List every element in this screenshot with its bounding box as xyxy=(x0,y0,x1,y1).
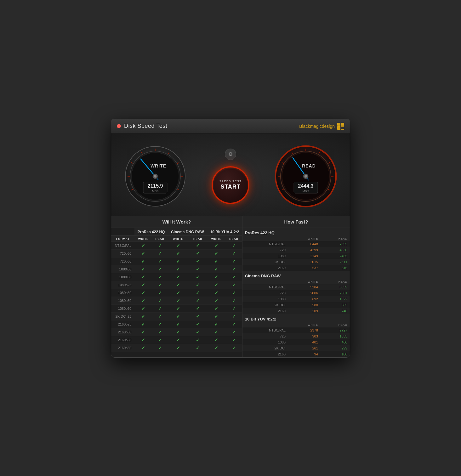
label-cell: 2K DCI xyxy=(242,345,288,351)
how-fast-header: How Fast? xyxy=(242,216,350,228)
check-icon: ✓ xyxy=(176,251,180,256)
check-cell: ✓ xyxy=(189,297,207,304)
how-fast-section: How Fast? ProRes 422 HQWRITEREADNTSC/PAL… xyxy=(242,216,350,357)
check-cell: ✓ xyxy=(152,312,168,320)
how-fast-table: ProRes 422 HQWRITEREADNTSC/PAL6448739572… xyxy=(242,228,350,357)
brand-logo: Blackmagicdesign xyxy=(299,123,344,130)
check-cell: ✓ xyxy=(189,241,207,249)
svg-point-37 xyxy=(304,175,307,178)
data-row: 2160537616 xyxy=(242,265,350,271)
label-cell: 2K DCI xyxy=(242,302,288,308)
check-icon: ✓ xyxy=(214,298,218,303)
app-window: Disk Speed Test Blackmagicdesign xyxy=(111,119,350,358)
check-cell: ✓ xyxy=(152,320,168,328)
check-icon: ✓ xyxy=(196,322,200,327)
check-cell: ✓ xyxy=(152,304,168,312)
table-row: 1080p30✓✓✓✓✓✓ xyxy=(111,289,242,297)
svg-text:MB/s: MB/s xyxy=(152,190,159,193)
check-icon: ✓ xyxy=(158,251,162,256)
read-cell: 616 xyxy=(321,265,350,271)
check-icon: ✓ xyxy=(214,251,218,256)
write-cell: 903 xyxy=(288,333,321,339)
check-cell: ✓ xyxy=(207,328,226,336)
table-row: 2160p25✓✓✓✓✓✓ xyxy=(111,320,242,328)
will-it-work-table: ProRes 422 HQ Cinema DNG RAW 10 Bit YUV … xyxy=(111,228,242,352)
table-row: NTSC/PAL✓✓✓✓✓✓ xyxy=(111,241,242,249)
check-icon: ✓ xyxy=(176,243,180,248)
speed-test-label: SPEED TEST xyxy=(219,180,242,183)
check-cell: ✓ xyxy=(189,336,207,344)
check-cell: ✓ xyxy=(207,312,226,320)
brand-text: Blackmagicdesign xyxy=(299,124,335,129)
group-header-row: ProRes 422 HQ xyxy=(242,228,350,236)
format-cell: 1080p50 xyxy=(111,297,134,304)
write-cell: 2378 xyxy=(288,327,321,333)
write-cell: 261 xyxy=(288,345,321,351)
will-it-work-header: Will It Work? xyxy=(111,216,242,228)
read-cell: 240 xyxy=(321,308,350,314)
check-cell: ✓ xyxy=(134,344,152,352)
check-icon: ✓ xyxy=(232,290,236,295)
write-cell: 892 xyxy=(288,296,321,302)
check-icon: ✓ xyxy=(232,275,236,280)
check-cell: ✓ xyxy=(207,336,226,344)
col-header: WRITE xyxy=(288,323,321,327)
check-cell: ✓ xyxy=(152,249,168,257)
col-header: WRITE xyxy=(288,280,321,284)
check-icon: ✓ xyxy=(158,306,162,311)
table-row: 1080p50✓✓✓✓✓✓ xyxy=(111,297,242,304)
check-icon: ✓ xyxy=(176,282,180,287)
check-cell: ✓ xyxy=(189,289,207,297)
format-sub-header: FORMAT xyxy=(111,235,134,241)
svg-point-16 xyxy=(154,175,157,178)
check-icon: ✓ xyxy=(176,259,180,264)
format-cell: 1080p25 xyxy=(111,281,134,289)
check-cell: ✓ xyxy=(152,297,168,304)
col-group-header-row: ProRes 422 HQ Cinema DNG RAW 10 Bit YUV … xyxy=(111,228,242,235)
data-row: 7209031035 xyxy=(242,333,350,339)
check-cell: ✓ xyxy=(168,304,189,312)
check-cell: ✓ xyxy=(225,328,242,336)
check-cell: ✓ xyxy=(134,297,152,304)
check-icon: ✓ xyxy=(214,345,218,350)
check-icon: ✓ xyxy=(141,330,145,335)
sub-header-row: WRITEREAD xyxy=(242,323,350,327)
close-button[interactable] xyxy=(117,124,121,128)
check-icon: ✓ xyxy=(196,314,200,319)
check-icon: ✓ xyxy=(232,337,236,343)
check-icon: ✓ xyxy=(196,290,200,295)
check-cell: ✓ xyxy=(207,241,226,249)
write-cell: 401 xyxy=(288,339,321,345)
check-cell: ✓ xyxy=(225,281,242,289)
check-cell: ✓ xyxy=(225,320,242,328)
check-icon: ✓ xyxy=(158,298,162,303)
speed-test-start-button[interactable]: SPEED TEST START xyxy=(212,166,249,204)
check-cell: ✓ xyxy=(152,336,168,344)
label-cell: 2160 xyxy=(242,351,288,357)
svg-text:2444.3: 2444.3 xyxy=(298,183,314,189)
check-cell: ✓ xyxy=(207,297,226,304)
check-icon: ✓ xyxy=(141,306,145,311)
check-icon: ✓ xyxy=(214,275,218,280)
check-cell: ✓ xyxy=(207,273,226,281)
check-icon: ✓ xyxy=(214,322,218,327)
check-cell: ✓ xyxy=(152,344,168,352)
check-icon: ✓ xyxy=(214,314,218,319)
check-icon: ✓ xyxy=(214,337,218,343)
check-icon: ✓ xyxy=(196,330,200,335)
settings-button[interactable]: ⚙ xyxy=(225,149,236,160)
format-cell: 720p50 xyxy=(111,249,134,257)
check-icon: ✓ xyxy=(158,322,162,327)
col-header: READ xyxy=(321,236,350,241)
read-cell: 665 xyxy=(321,302,350,308)
write-sub-1: WRITE xyxy=(134,235,152,241)
check-icon: ✓ xyxy=(214,267,218,272)
read-cell: 6059 xyxy=(321,284,350,290)
check-cell: ✓ xyxy=(168,312,189,320)
table-row: 2K DCI 25✓✓✓✓✓✓ xyxy=(111,312,242,320)
check-cell: ✓ xyxy=(207,304,226,312)
gauge-center: ⚙ SPEED TEST START xyxy=(212,149,249,204)
format-cell: 2160p30 xyxy=(111,328,134,336)
check-cell: ✓ xyxy=(134,241,152,249)
check-cell: ✓ xyxy=(134,328,152,336)
